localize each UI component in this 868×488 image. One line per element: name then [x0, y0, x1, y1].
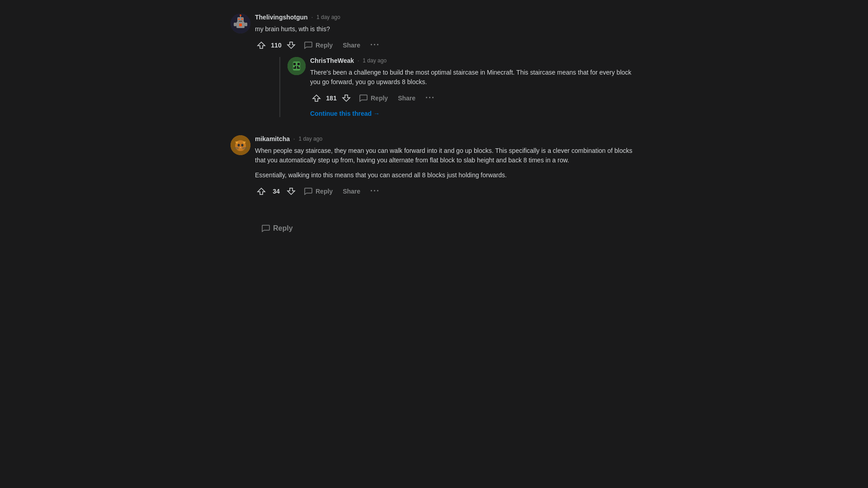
username-thelivingshotgun: Thelivingshotgun	[255, 14, 308, 21]
dot-3: ·	[293, 136, 295, 142]
comment-1-meta: Thelivingshotgun · 1 day ago	[255, 14, 637, 21]
svg-rect-8	[234, 23, 236, 26]
svg-rect-3	[238, 19, 240, 20]
extra-reply-section: Reply	[231, 220, 637, 237]
downvote-icon-2	[342, 94, 351, 103]
avatar-mikamitcha	[231, 135, 250, 155]
svg-rect-10	[239, 24, 242, 26]
comment-2-actions: 181 Repl	[310, 91, 637, 104]
svg-rect-2	[237, 17, 244, 23]
comment-2-nested: ChrisTheWeak · 1 day ago There's been a …	[279, 57, 637, 117]
downvote-button-1[interactable]	[285, 39, 297, 52]
comment-3-wrapper: mikamitcha · 1 day ago When people say s…	[231, 131, 637, 202]
avatar-thelivingshotgun	[231, 14, 250, 33]
dot-1: ·	[311, 14, 313, 20]
reply-button-2[interactable]: Reply	[355, 92, 392, 104]
vote-count-2: 181	[325, 95, 338, 102]
comment-3-content: mikamitcha · 1 day ago When people say s…	[255, 135, 637, 198]
vote-count-1: 110	[269, 42, 283, 49]
timestamp-1: 1 day ago	[316, 14, 340, 20]
comment-1-content: Thelivingshotgun · 1 day ago my brain hu…	[255, 14, 637, 117]
share-button-2[interactable]: Share	[394, 93, 419, 104]
svg-rect-5	[239, 21, 242, 22]
username-christheweak: ChrisTheWeak	[310, 57, 354, 64]
comment-2-text: There's been a challenge to build the mo…	[310, 68, 637, 87]
comments-container: Thelivingshotgun · 1 day ago my brain hu…	[231, 0, 637, 246]
upvote-button-2[interactable]	[310, 92, 323, 104]
comment-3: mikamitcha · 1 day ago When people say s…	[231, 131, 637, 202]
svg-rect-4	[241, 19, 243, 20]
more-button-2[interactable]: ···	[422, 91, 439, 104]
comment-3-meta: mikamitcha · 1 day ago	[255, 135, 637, 142]
extra-comment-icon	[261, 224, 270, 233]
username-mikamitcha: mikamitcha	[255, 135, 290, 142]
comment-icon-3	[304, 187, 313, 196]
upvote-button-3[interactable]	[255, 185, 268, 198]
comment-1-text: my brain hurts, wth is this?	[255, 24, 637, 34]
comment-2-meta: ChrisTheWeak · 1 day ago	[310, 57, 637, 64]
continue-thread-container: Continue this thread →	[310, 110, 637, 117]
comment-3-actions: 34 Reply Share	[255, 185, 637, 198]
upvote-icon-2	[312, 94, 321, 103]
upvote-button-1[interactable]	[255, 39, 268, 52]
svg-rect-17	[293, 67, 296, 69]
extra-reply-button[interactable]: Reply	[255, 220, 299, 237]
comment-2: ChrisTheWeak · 1 day ago There's been a …	[288, 57, 637, 117]
downvote-icon-3	[287, 187, 296, 196]
avatar-mikamitcha-icon	[231, 135, 250, 155]
upvote-icon-3	[257, 187, 266, 196]
vote-count-3: 34	[269, 188, 283, 195]
upvote-icon-1	[257, 41, 266, 50]
svg-rect-16	[297, 66, 298, 67]
comment-1: Thelivingshotgun · 1 day ago my brain hu…	[231, 9, 637, 122]
timestamp-3: 1 day ago	[298, 136, 322, 142]
comment-3-text: When people say staircase, they mean you…	[255, 146, 637, 180]
share-button-3[interactable]: Share	[339, 186, 364, 197]
svg-rect-15	[295, 66, 296, 67]
vote-group-3: 34	[255, 185, 297, 198]
downvote-button-3[interactable]	[285, 185, 297, 198]
svg-rect-9	[245, 23, 247, 26]
avatar-thelivingshotgun-icon	[231, 14, 250, 33]
svg-point-25	[238, 144, 240, 147]
more-button-1[interactable]: ···	[367, 38, 383, 52]
svg-point-26	[241, 144, 244, 147]
comment-icon-1	[304, 41, 313, 50]
svg-rect-13	[293, 63, 296, 65]
vote-group-1: 110	[255, 39, 297, 52]
dot-2: ·	[358, 57, 359, 64]
svg-rect-18	[297, 67, 300, 69]
reply-button-1[interactable]: Reply	[300, 39, 336, 52]
svg-rect-14	[297, 63, 300, 65]
more-button-3[interactable]: ···	[367, 185, 383, 198]
downvote-button-2[interactable]	[340, 92, 353, 104]
avatar-christheweak-icon	[288, 57, 306, 75]
downvote-icon-1	[287, 41, 296, 50]
timestamp-2: 1 day ago	[363, 57, 387, 64]
comment-icon-2	[359, 94, 368, 103]
reply-button-3[interactable]: Reply	[300, 185, 336, 198]
vote-group-2: 181	[310, 92, 353, 104]
avatar-christheweak	[288, 57, 306, 75]
svg-point-7	[240, 14, 241, 16]
share-button-1[interactable]: Share	[339, 40, 364, 51]
comment-1-actions: 110 Reply Share	[255, 38, 637, 52]
comment-2-content: ChrisTheWeak · 1 day ago There's been a …	[310, 57, 637, 117]
continue-thread-link[interactable]: Continue this thread →	[310, 110, 380, 117]
